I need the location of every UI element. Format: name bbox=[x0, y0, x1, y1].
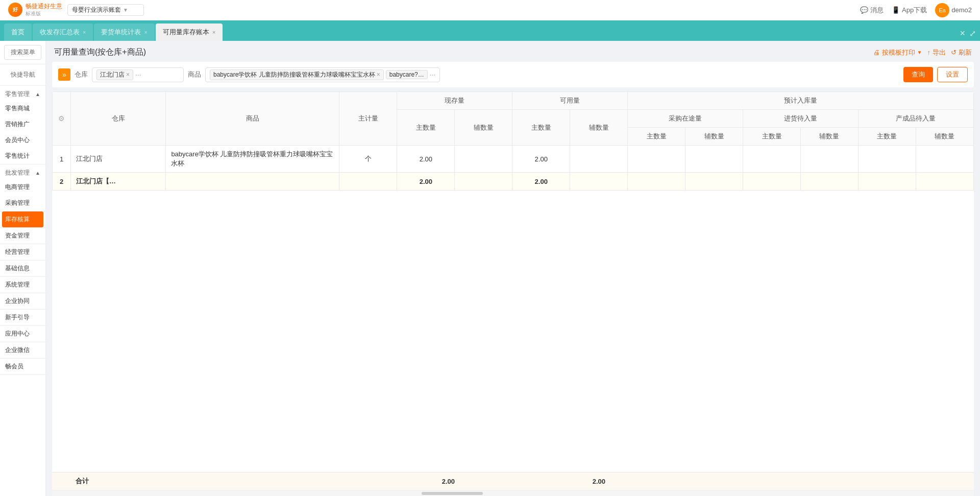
sidebar-item-basics[interactable]: 基础信息 bbox=[0, 261, 45, 276]
th-production-aux: 辅数量 bbox=[916, 128, 973, 146]
th-warehouse: 仓库 bbox=[71, 92, 166, 146]
cell-warehouse: 江北门店【… bbox=[71, 173, 166, 191]
sidebar-section-appstore: 应用中心 bbox=[0, 326, 45, 342]
sidebar-item-inventory[interactable]: 库存核算 bbox=[2, 211, 43, 227]
message-icon: 💬 bbox=[860, 6, 868, 14]
cell-index: 1 bbox=[53, 146, 71, 173]
sidebar-item-retail-mall[interactable]: 零售商城 bbox=[0, 101, 45, 116]
tab-home[interactable]: 首页 bbox=[4, 23, 32, 41]
cell-unit bbox=[339, 173, 397, 191]
sidebar-search-area: 搜索菜单 bbox=[0, 41, 45, 64]
export-button[interactable]: ↑ 导出 bbox=[927, 48, 946, 57]
tab-available-stock[interactable]: 可用量库存账本 × bbox=[156, 23, 223, 41]
sidebar-quick-nav: 快捷导航 bbox=[0, 64, 45, 86]
product-tag-1-remove[interactable]: × bbox=[377, 71, 380, 78]
logo-text-area: 畅捷通好生意 标准版 bbox=[26, 3, 62, 17]
sidebar-item-wechat[interactable]: 企业微信 bbox=[0, 342, 45, 358]
print-icon: 🖨 bbox=[873, 49, 880, 56]
top-bar-left: 好 畅捷通好生意 标准版 母婴行业演示账套 ▼ bbox=[8, 3, 144, 17]
cell-current-main: 2.00 bbox=[397, 173, 455, 191]
sidebar-item-retail-stats[interactable]: 零售统计 bbox=[0, 148, 45, 164]
th-expected-in: 预计入库量 bbox=[628, 92, 974, 110]
tab-receive-summary-close[interactable]: × bbox=[83, 29, 86, 35]
sidebar-item-enterprise[interactable]: 企业协同 bbox=[0, 293, 45, 309]
filter-toggle-button[interactable]: » bbox=[58, 68, 70, 81]
sidebar-item-marketing[interactable]: 营销推广 bbox=[0, 116, 45, 132]
product-input[interactable]: babycare学饮杯 儿童防摔防撞吸管杯重力球吸嘴杯宝宝水杯 × babyca… bbox=[205, 67, 440, 82]
footer-p4 bbox=[836, 473, 881, 490]
footer-blank-4 bbox=[350, 473, 396, 490]
th-available: 可用量 bbox=[512, 92, 628, 110]
sidebar-item-operations[interactable]: 经营管理 bbox=[0, 244, 45, 260]
message-button[interactable]: 💬 消息 bbox=[860, 6, 884, 15]
refresh-button[interactable]: ↺ 刷新 bbox=[951, 48, 972, 57]
cell-incoming-main bbox=[743, 173, 801, 191]
tab-available-stock-close[interactable]: × bbox=[212, 29, 215, 35]
sidebar-item-member[interactable]: 会员中心 bbox=[0, 132, 45, 148]
sidebar-section-retail-title[interactable]: 零售管理 ▲ bbox=[0, 86, 45, 101]
footer-total-row: 合计 2.00 2.00 bbox=[52, 472, 974, 490]
close-all-icon[interactable]: × bbox=[960, 28, 965, 39]
sidebar-item-purchase[interactable]: 采购管理 bbox=[0, 195, 45, 211]
warehouse-input[interactable]: 江北门店 × ··· bbox=[92, 67, 184, 82]
cell-incoming-main bbox=[743, 146, 801, 173]
cell-purchase-main bbox=[628, 146, 685, 173]
tab-order-stats-close[interactable]: × bbox=[144, 29, 147, 35]
sidebar-section-wholesale-title[interactable]: 批发管理 ▲ bbox=[0, 164, 45, 179]
app-download-label: App下载 bbox=[902, 6, 927, 15]
th-avail-main: 主数量 bbox=[512, 110, 570, 146]
footer-table: 合计 2.00 2.00 bbox=[52, 473, 974, 490]
sidebar-item-member2[interactable]: 畅会员 bbox=[0, 359, 45, 374]
query-button[interactable]: 查询 bbox=[903, 67, 933, 82]
tab-available-stock-label: 可用量库存账本 bbox=[163, 28, 209, 37]
cell-avail-aux bbox=[570, 173, 628, 191]
tab-home-label: 首页 bbox=[11, 28, 24, 37]
chevron-up-icon: ▲ bbox=[35, 91, 40, 97]
tenant-selector[interactable]: 母婴行业演示账套 ▼ bbox=[67, 4, 144, 16]
table-scroll[interactable]: ⚙ 仓库 商品 主计量 现存量 可用量 预计入库量 主数量 辅数量 bbox=[52, 91, 974, 472]
footer-blank-3 bbox=[177, 473, 350, 490]
th-gear[interactable]: ⚙ bbox=[53, 92, 71, 146]
product-label: 商品 bbox=[188, 70, 201, 79]
table-area: ⚙ 仓库 商品 主计量 现存量 可用量 预计入库量 主数量 辅数量 bbox=[52, 91, 974, 496]
cell-incoming-aux bbox=[801, 146, 859, 173]
sidebar-section-retail: 零售管理 ▲ 零售商城 营销推广 会员中心 零售统计 bbox=[0, 86, 45, 164]
filter-action-buttons: 查询 设置 bbox=[903, 67, 968, 82]
user-area[interactable]: Ea demo2 bbox=[935, 3, 972, 17]
sidebar-item-quick-nav[interactable]: 快捷导航 bbox=[0, 66, 45, 83]
product-dots[interactable]: ··· bbox=[430, 70, 436, 79]
cell-avail-aux bbox=[570, 146, 628, 173]
sidebar-search-button[interactable]: 搜索菜单 bbox=[4, 45, 41, 60]
footer-blank-1 bbox=[52, 473, 70, 490]
app-download-button[interactable]: 📱 App下载 bbox=[892, 6, 927, 15]
cell-unit: 个 bbox=[339, 146, 397, 173]
sidebar-item-appstore[interactable]: 应用中心 bbox=[0, 326, 45, 342]
th-purchase-aux: 辅数量 bbox=[685, 128, 743, 146]
sidebar-item-ecommerce[interactable]: 电商管理 bbox=[0, 179, 45, 195]
expand-icon[interactable]: ⤢ bbox=[969, 29, 976, 38]
top-bar-right: 💬 消息 📱 App下载 Ea demo2 bbox=[860, 3, 972, 17]
table-row: 1江北门店babycare学饮杯 儿童防摔防撞吸管杯重力球吸嘴杯宝宝水杯个2.0… bbox=[53, 146, 974, 173]
warehouse-dots[interactable]: ··· bbox=[135, 70, 141, 79]
filter-area: » 仓库 江北门店 × ··· 商品 babycare学饮杯 儿童防摔防撞吸管杯… bbox=[52, 62, 974, 87]
product-tag-1: babycare学饮杯 儿童防摔防撞吸管杯重力球吸嘴杯宝宝水杯 × bbox=[210, 69, 384, 80]
tab-receive-summary[interactable]: 收发存汇总表 × bbox=[33, 23, 93, 41]
cell-avail-main: 2.00 bbox=[512, 173, 570, 191]
sidebar-item-guide[interactable]: 新手引导 bbox=[0, 310, 45, 325]
scrollbar-thumb bbox=[422, 492, 483, 495]
cell-avail-main: 2.00 bbox=[512, 146, 570, 173]
avatar: Ea bbox=[935, 3, 949, 17]
sidebar-item-system[interactable]: 系统管理 bbox=[0, 277, 45, 293]
content-area: 可用量查询(按仓库+商品) 🖨 按模板打印 ▼ ↑ 导出 ↺ 刷新 » bbox=[46, 41, 980, 496]
horizontal-scrollbar[interactable] bbox=[52, 490, 974, 496]
warehouse-tag-remove[interactable]: × bbox=[126, 71, 130, 78]
print-template-button[interactable]: 🖨 按模板打印 ▼ bbox=[873, 48, 922, 57]
sidebar-section-wholesale: 批发管理 ▲ 电商管理 采购管理 bbox=[0, 164, 45, 211]
sidebar-item-finance[interactable]: 资金管理 bbox=[0, 228, 45, 244]
cell-current-main: 2.00 bbox=[397, 146, 455, 173]
setting-button[interactable]: 设置 bbox=[937, 67, 968, 82]
th-current-aux: 辅数量 bbox=[455, 110, 512, 146]
tab-order-stats[interactable]: 要货单统计表 × bbox=[94, 23, 154, 41]
tab-receive-summary-label: 收发存汇总表 bbox=[40, 28, 80, 37]
logo-sub: 标准版 bbox=[26, 10, 62, 17]
